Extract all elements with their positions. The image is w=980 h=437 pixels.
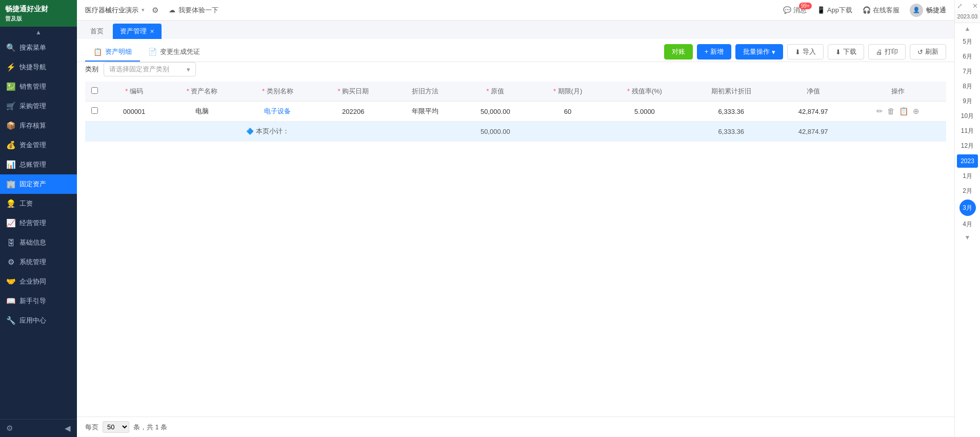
batch-label: 批量操作	[743, 47, 770, 56]
nav-icon-8: 👷	[6, 199, 15, 208]
copy-icon[interactable]: 📋	[899, 107, 909, 116]
calendar-down-arrow[interactable]: ▼	[963, 232, 973, 243]
user-menu[interactable]: 👤 畅捷通	[910, 4, 946, 17]
nav-icon-9: 📈	[6, 218, 15, 228]
cell-category: 电子设备	[240, 102, 315, 122]
sidebar-item-库存核算[interactable]: 📦库存核算	[0, 116, 77, 135]
company-selector[interactable]: 医疗器械行业演示 ▾	[85, 6, 145, 15]
message-button[interactable]: 💬 消息 99+	[783, 6, 807, 15]
tab-bar: 首页 资产管理 ✕	[77, 21, 954, 39]
more-icon[interactable]: ⊕	[913, 107, 919, 116]
company-chevron-icon: ▾	[142, 7, 145, 13]
sidebar-item-总账管理[interactable]: 📊总账管理	[0, 155, 77, 174]
sub-tab-asset-detail[interactable]: 📋 资产明细	[85, 44, 140, 62]
sidebar-item-新手引导[interactable]: 📖新手引导	[0, 291, 77, 311]
calendar-month[interactable]: 9月	[959, 94, 976, 109]
import-button[interactable]: ⬇ 导入	[787, 44, 824, 59]
topbar: 医疗器械行业演示 ▾ ⚙ ☁ 我要体验一下 💬 消息 99+ 📱 App下载 🎧…	[77, 0, 954, 21]
edit-icon[interactable]: ✏	[876, 107, 883, 116]
new-button[interactable]: + 新增	[697, 44, 731, 59]
calendar-month[interactable]: 4月	[959, 217, 976, 232]
user-name: 畅捷通	[926, 6, 946, 15]
filter-category-label: 类别	[85, 65, 98, 74]
total-count: 条，共 1 条	[133, 423, 167, 432]
sidebar-item-基础信息[interactable]: 🗄基础信息	[0, 233, 77, 252]
panel-close-icon[interactable]: ✕	[972, 2, 978, 10]
row-checkbox[interactable]	[91, 107, 98, 114]
calendar-year-header: 2023.03	[955, 10, 980, 23]
per-page-select[interactable]: 50 100	[103, 421, 129, 433]
calendar-month[interactable]: 3月	[959, 200, 976, 216]
sidebar-item-资金管理[interactable]: 💰资金管理	[0, 135, 77, 155]
subtotal-label: 🔷 本页小计：	[246, 127, 385, 136]
asset-table: 编码 资产名称 类别名称 购买日期 折旧方法 原值 期限(月) 残值率(%) 期…	[85, 82, 946, 142]
print-label: 打印	[885, 47, 898, 56]
customer-service-button[interactable]: 🎧 在线客服	[863, 6, 899, 15]
calendar-year-marker[interactable]: 2023	[957, 154, 978, 168]
mobile-icon: 📱	[817, 6, 825, 14]
sub-tab-bar: 📋 资产明细 📄 变更生成凭证 对账 + 新增 批量操作 ▾ ⬇ 导入	[77, 39, 954, 62]
subtotal-depreciation-method	[391, 122, 458, 142]
download-label: 下载	[843, 47, 856, 56]
col-accumulated-depreciation: 期初累计折旧	[686, 82, 777, 102]
calendar-month[interactable]: 10月	[959, 109, 976, 124]
category-filter[interactable]: 请选择固定资产类别 ▾	[104, 62, 196, 76]
calendar-month[interactable]: 7月	[959, 64, 976, 79]
sidebar-item-系统管理[interactable]: ⚙系统管理	[0, 252, 77, 272]
subtotal-row: 🔷 本页小计： 50,000.00 6,333.36 42,874.97	[85, 122, 946, 142]
nav-icon-6: 📊	[6, 160, 15, 169]
calendar-month[interactable]: 5月	[959, 34, 976, 49]
calendar-month[interactable]: 6月	[959, 49, 976, 64]
calendar-month[interactable]: 11月	[959, 124, 976, 138]
sidebar-item-经营管理[interactable]: 📈经营管理	[0, 213, 77, 233]
batch-operation-button[interactable]: 批量操作 ▾	[735, 44, 783, 59]
cell-purchase-date: 202206	[315, 102, 391, 122]
select-all-checkbox[interactable]	[91, 87, 98, 94]
print-button[interactable]: 🖨 打印	[868, 44, 906, 59]
sidebar-item-工资[interactable]: 👷工资	[0, 194, 77, 213]
sidebar-item-采购管理[interactable]: 🛒采购管理	[0, 96, 77, 116]
calendar-month[interactable]: 1月	[959, 169, 976, 184]
experience-label: 我要体验一下	[178, 6, 218, 15]
sidebar-item-销售管理[interactable]: 💹销售管理	[0, 77, 77, 96]
calendar-month[interactable]: 8月	[959, 79, 976, 94]
nav-icon-5: 💰	[6, 141, 15, 150]
sidebar-item-应用中心[interactable]: 🔧应用中心	[0, 311, 77, 330]
cloud-icon: ☁	[169, 6, 175, 14]
tab-close-icon[interactable]: ✕	[150, 28, 154, 35]
tab-home[interactable]: 首页	[83, 24, 111, 39]
sidebar-item-快捷导航[interactable]: ⚡快捷导航	[0, 57, 77, 77]
calendar-month[interactable]: 12月	[959, 138, 976, 153]
tab-asset-management[interactable]: 资产管理 ✕	[113, 24, 162, 39]
nav-icon-12: 🤝	[6, 277, 15, 286]
panel-expand-icon[interactable]: ⤢	[957, 2, 963, 10]
sidebar-scroll-up[interactable]: ▲	[0, 27, 77, 38]
col-purchase-date: 购买日期	[315, 82, 391, 102]
sub-tab-voucher[interactable]: 📄 变更生成凭证	[140, 44, 208, 62]
col-code: 编码	[104, 82, 164, 102]
sidebar-item-搜索菜单[interactable]: 🔍搜索菜单	[0, 38, 77, 57]
delete-icon[interactable]: 🗑	[887, 107, 895, 116]
download-button[interactable]: ⬇ 下载	[828, 44, 864, 59]
col-actions: 操作	[850, 82, 946, 102]
reconcile-button[interactable]: 对账	[664, 44, 693, 59]
experience-banner[interactable]: ☁ 我要体验一下	[169, 6, 218, 15]
collapse-icon[interactable]: ◀	[65, 424, 71, 433]
col-net-value: 净值	[776, 82, 849, 102]
cell-period: 60	[532, 102, 604, 122]
calendar-month[interactable]: 2月	[959, 184, 976, 198]
calendar-up-arrow[interactable]: ▲	[963, 23, 973, 34]
sidebar-item-固定资产[interactable]: 🏢固定资产	[0, 174, 77, 194]
company-settings-icon[interactable]: ⚙	[152, 6, 158, 15]
settings-icon[interactable]: ⚙	[6, 424, 13, 433]
nav-icon-4: 📦	[6, 121, 15, 130]
col-period: 期限(月)	[532, 82, 604, 102]
app-download-button[interactable]: 📱 App下载	[817, 6, 852, 15]
col-depreciation-method: 折旧方法	[391, 82, 458, 102]
filter-row: 类别 请选择固定资产类别 ▾	[77, 62, 954, 82]
refresh-button[interactable]: ↺ 刷新	[910, 44, 946, 59]
nav-icon-2: 💹	[6, 82, 15, 91]
import-label: 导入	[803, 47, 816, 56]
company-name: 医疗器械行业演示	[85, 6, 138, 15]
sidebar-item-企业协同[interactable]: 🤝企业协同	[0, 272, 77, 291]
